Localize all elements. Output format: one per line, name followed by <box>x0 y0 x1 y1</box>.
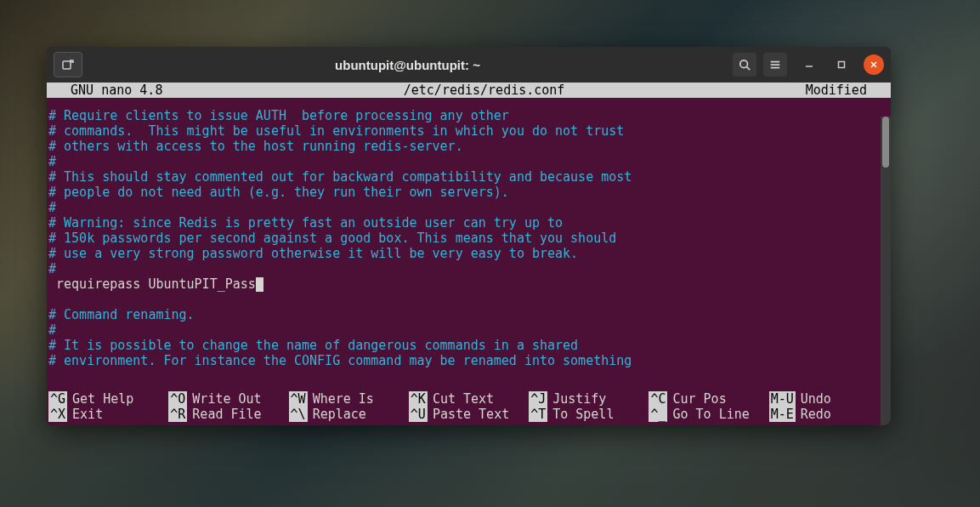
window-title: ubuntupit@ubuntupit: ~ <box>82 58 733 72</box>
search-icon <box>739 59 751 71</box>
shortcut-key: ^X <box>48 407 67 422</box>
shortcut-item: ^CCur Pos <box>649 391 768 407</box>
editor-line: # use a very strong password otherwise i… <box>48 246 889 261</box>
shortcut-label: Cut Text <box>433 391 494 407</box>
shortcut-item: ^KCut Text <box>409 391 529 407</box>
editor-line: # Require clients to issue AUTH before p… <box>48 108 889 123</box>
shortcut-item: ^TTo Spell <box>529 407 649 422</box>
shortcut-label: Replace <box>313 407 366 422</box>
shortcut-item: ^JJustify <box>529 391 649 407</box>
svg-rect-2 <box>839 62 845 68</box>
menu-button[interactable] <box>763 53 787 77</box>
shortcut-key: ^R <box>168 407 187 422</box>
editor-line: # others with access to the host running… <box>48 139 889 154</box>
maximize-button[interactable] <box>831 54 852 75</box>
shortcut-label: Exit <box>72 407 103 422</box>
shortcut-key: ^C <box>649 391 667 407</box>
minimize-icon <box>805 60 813 69</box>
shortcut-item: ^_Go To Line <box>649 407 768 422</box>
editor-line: # <box>48 261 889 276</box>
shortcut-key: ^T <box>529 407 547 422</box>
shortcut-label: Get Help <box>72 391 133 407</box>
new-tab-icon <box>61 58 75 71</box>
shortcut-label: To Spell <box>552 407 614 422</box>
editor-line <box>48 292 889 307</box>
shortcut-label: Read File <box>192 407 261 422</box>
svg-point-1 <box>740 60 748 68</box>
nano-shortcut-bar: ^GGet Help^OWrite Out^WWhere Is^KCut Tex… <box>47 390 891 425</box>
shortcut-item: ^UPaste Text <box>409 407 529 422</box>
terminal-window: ubuntupit@ubuntupit: ~ <box>47 47 891 425</box>
shortcut-key: M-U <box>769 391 796 407</box>
editor-line: # <box>48 322 889 338</box>
nano-filename: /etc/redis/redis.conf <box>162 83 805 98</box>
nano-app-version: GNU nano 4.8 <box>55 83 162 98</box>
editor-line: # This should stay commented out for bac… <box>48 169 889 185</box>
shortcut-label: Where Is <box>313 391 374 407</box>
shortcut-key: ^J <box>529 391 547 407</box>
close-icon <box>870 60 878 69</box>
scrollbar[interactable] <box>881 117 891 425</box>
shortcut-row-1: ^GGet Help^OWrite Out^WWhere Is^KCut Tex… <box>48 391 889 407</box>
editor-line: # Command renaming. <box>48 307 889 322</box>
svg-rect-0 <box>63 61 71 69</box>
shortcut-key: ^G <box>48 391 67 407</box>
shortcut-key: ^\ <box>289 407 308 422</box>
shortcut-label: Write Out <box>192 391 261 407</box>
close-button[interactable] <box>864 54 884 75</box>
nano-header: GNU nano 4.8 /etc/redis/redis.conf Modif… <box>47 83 891 98</box>
maximize-icon <box>837 60 846 69</box>
editor-line: # Warning: since Redis is pretty fast an… <box>48 215 889 231</box>
shortcut-item: M-ERedo <box>769 407 889 422</box>
shortcut-label: Cur Pos <box>672 391 726 407</box>
shortcut-label: Undo <box>801 391 831 407</box>
minimize-button[interactable] <box>799 54 819 75</box>
shortcut-item: ^RRead File <box>168 407 288 422</box>
window-titlebar: ubuntupit@ubuntupit: ~ <box>47 47 891 83</box>
shortcut-item: ^\Replace <box>289 407 409 422</box>
shortcut-label: Paste Text <box>433 407 509 422</box>
shortcut-item: ^WWhere Is <box>289 391 409 407</box>
nano-status: Modified <box>806 83 882 98</box>
text-cursor <box>256 277 263 292</box>
new-tab-button[interactable] <box>54 52 82 77</box>
editor-line: # It is possible to change the name of d… <box>48 338 889 353</box>
shortcut-label: Justify <box>552 391 606 407</box>
hamburger-icon <box>769 59 781 71</box>
shortcut-key: ^_ <box>649 407 667 422</box>
shortcut-item: ^OWrite Out <box>168 391 288 407</box>
shortcut-key: ^O <box>168 391 187 407</box>
editor-content[interactable]: # Require clients to issue AUTH before p… <box>47 98 891 390</box>
shortcut-item: M-UUndo <box>769 391 889 407</box>
editor-line: # people do not need auth (e.g. they run… <box>48 185 889 200</box>
search-button[interactable] <box>733 53 756 77</box>
editor-line: # commands. This might be useful in envi… <box>48 123 889 139</box>
shortcut-label: Redo <box>801 407 831 422</box>
shortcut-row-2: ^XExit^RRead File^\Replace^UPaste Text^T… <box>48 407 889 422</box>
shortcut-item: ^GGet Help <box>48 391 168 407</box>
shortcut-key: ^U <box>409 407 428 422</box>
shortcut-item: ^XExit <box>48 407 168 422</box>
editor-line: # <box>48 200 889 215</box>
editor-line: requirepass UbuntuPIT_Pass <box>48 276 889 292</box>
shortcut-key: M-E <box>769 407 796 422</box>
editor-line: # environment. For instance the CONFIG c… <box>48 353 889 368</box>
editor-line: # 150k passwords per second against a go… <box>48 231 889 246</box>
shortcut-key: ^W <box>289 391 308 407</box>
shortcut-key: ^K <box>409 391 428 407</box>
shortcut-label: Go To Line <box>672 407 749 422</box>
scrollbar-thumb[interactable] <box>882 117 889 168</box>
terminal-body[interactable]: GNU nano 4.8 /etc/redis/redis.conf Modif… <box>47 83 891 425</box>
editor-line: # <box>48 154 889 169</box>
